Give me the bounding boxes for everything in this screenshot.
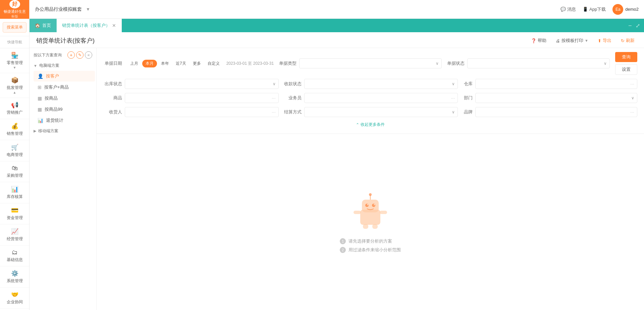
salesperson-field[interactable]: ··· bbox=[304, 93, 458, 103]
logo-area: 好 畅捷通好生意 标版 bbox=[0, 0, 29, 19]
payment-status-label: 收款状态 bbox=[283, 81, 302, 87]
department-field[interactable]: ∨ bbox=[475, 93, 637, 103]
edit-scheme-button[interactable]: ✎ bbox=[76, 51, 84, 59]
scheme-group-mobile: ▶ 移动端方案 bbox=[30, 126, 96, 136]
return-scheme-label: 退货统计 bbox=[46, 117, 63, 123]
empty-tip-1: 1 请先选择要分析的方案 bbox=[340, 238, 401, 244]
inventory-label: 库存核算 bbox=[7, 194, 23, 200]
message-button[interactable]: 💬 消息 bbox=[560, 6, 576, 12]
settlement-field[interactable]: ∨ bbox=[304, 107, 458, 117]
svg-point-2 bbox=[365, 204, 369, 207]
action-buttons: 查询 设置 bbox=[615, 52, 637, 75]
product-field[interactable]: ··· bbox=[125, 93, 279, 103]
collapse-scheme-button[interactable]: « bbox=[85, 51, 92, 59]
sidebar-item-finance[interactable]: 💳 资金管理 bbox=[0, 203, 29, 224]
search-menu-button[interactable]: 搜索菜单 bbox=[3, 22, 26, 33]
wholesale-icon: 📦 bbox=[11, 76, 18, 84]
date-custom[interactable]: 自定义 bbox=[205, 60, 222, 67]
svg-rect-11 bbox=[372, 224, 378, 229]
brand-dots[interactable]: ··· bbox=[630, 109, 634, 115]
warehouse-dots[interactable]: ··· bbox=[630, 81, 634, 87]
query-button[interactable]: 查询 bbox=[615, 52, 637, 62]
sidebar-item-basic[interactable]: 🗂 基础信息 bbox=[0, 246, 29, 266]
sidebar-item-retail[interactable]: 🏪 零售管理 ▼ bbox=[0, 48, 29, 73]
empty-robot-icon bbox=[350, 191, 390, 231]
marketing-label: 营销推广 bbox=[7, 110, 23, 115]
svg-point-4 bbox=[367, 204, 368, 205]
user-menu[interactable]: Ea demo2 bbox=[612, 4, 639, 15]
brand-field[interactable]: ··· bbox=[475, 107, 637, 117]
scheme-item-by-product[interactable]: ▦ 按商品 bbox=[34, 93, 95, 104]
scheme-item-by-product-99[interactable]: ▦ 按商品99 bbox=[34, 104, 95, 115]
sidebar-menu: 🏪 零售管理 ▼ 📦 批发管理 ▲ 📢 营销推广 💰 销售管理 🛒 电商管理 🛍… bbox=[0, 48, 29, 310]
help-label: 帮助 bbox=[538, 38, 546, 44]
warehouse-label: 仓库 bbox=[462, 81, 473, 87]
basic-icon: 🗂 bbox=[12, 249, 18, 256]
refresh-button[interactable]: ↻ 刷新 bbox=[618, 36, 637, 45]
out-status-section: 出库状态 ∨ bbox=[103, 79, 279, 89]
purchase-label: 采购管理 bbox=[7, 173, 23, 178]
tab-close-icon[interactable]: ✕ bbox=[112, 23, 116, 28]
sidebar-item-purchase[interactable]: 🛍 采购管理 bbox=[0, 161, 29, 182]
sidebar-item-ecommerce[interactable]: 🛒 电商管理 bbox=[0, 140, 29, 161]
settings-button[interactable]: 设置 bbox=[615, 64, 637, 75]
sidebar-item-newuser[interactable]: 🌟 新手引导 bbox=[0, 309, 29, 310]
order-type-field[interactable]: ∨ bbox=[299, 58, 442, 68]
sidebar-item-sales[interactable]: 💰 销售管理 bbox=[0, 119, 29, 140]
date-more[interactable]: 更多 bbox=[190, 60, 204, 67]
tip-num-2: 2 bbox=[340, 247, 346, 253]
main-area: 办公用品行业模拟账套 ▼ 💬 消息 📱 App下载 Ea demo2 🏠 首页 bbox=[30, 0, 644, 310]
tab-minimize-icon[interactable]: – bbox=[629, 22, 632, 29]
app-download-label: App下载 bbox=[589, 6, 606, 12]
operations-label: 经营管理 bbox=[7, 236, 23, 242]
date-this-year[interactable]: 本年 bbox=[158, 60, 172, 67]
scheme-item-return-stat[interactable]: 📊 退货统计 bbox=[34, 115, 95, 126]
scheme-header: 按以下方案查询 + ✎ « bbox=[30, 48, 96, 61]
department-section: 部门 ∨ bbox=[462, 93, 637, 103]
order-type-label: 单据类型 bbox=[279, 60, 297, 66]
receiver-dots[interactable]: ··· bbox=[272, 109, 276, 115]
sidebar-item-operations[interactable]: 📈 经营管理 bbox=[0, 224, 29, 246]
settlement-label: 结算方式 bbox=[283, 109, 302, 115]
app-download-button[interactable]: 📱 App下载 bbox=[583, 6, 606, 12]
tip-num-1: 1 bbox=[340, 238, 346, 244]
order-status-arrow: ∨ bbox=[604, 61, 607, 66]
department-label: 部门 bbox=[462, 95, 473, 101]
tab-maximize-icon[interactable]: ⤢ bbox=[636, 22, 640, 29]
scheme-group-pc-header[interactable]: ▼ 电脑端方案 bbox=[30, 61, 96, 70]
quick-nav-section: 快捷导航 bbox=[0, 36, 29, 48]
export-icon: ⬆ bbox=[598, 38, 601, 43]
sidebar-item-marketing[interactable]: 📢 营销推广 bbox=[0, 98, 29, 119]
tab-home[interactable]: 🏠 首页 bbox=[30, 19, 57, 32]
scheme-panel: 按以下方案查询 + ✎ « ▼ 电脑端方案 👤 bbox=[30, 48, 97, 310]
sidebar-search-section: 搜索菜单 bbox=[0, 19, 29, 36]
sidebar-item-inventory[interactable]: 📊 库存核算 bbox=[0, 182, 29, 203]
receiver-field[interactable]: ··· bbox=[125, 107, 279, 117]
date-last-7days[interactable]: 近7天 bbox=[173, 60, 189, 67]
sidebar-item-enterprise[interactable]: 🤝 企业协同 bbox=[0, 288, 29, 309]
warehouse-field[interactable]: ··· bbox=[475, 79, 637, 89]
tab-sales-stat[interactable]: 销货单统计表（按客户） ✕ bbox=[57, 19, 122, 32]
scheme-group-mobile-header[interactable]: ▶ 移动端方案 bbox=[30, 126, 96, 136]
help-button[interactable]: ❓ 帮助 bbox=[528, 36, 549, 45]
svg-rect-1 bbox=[362, 200, 379, 212]
salesperson-dots[interactable]: ··· bbox=[451, 95, 455, 101]
order-status-field[interactable]: ∨ bbox=[467, 58, 610, 68]
export-button[interactable]: ⬆ 导出 bbox=[595, 36, 614, 45]
date-this-month[interactable]: 本月 bbox=[142, 60, 157, 67]
date-last-month[interactable]: 上月 bbox=[127, 60, 141, 67]
add-scheme-button[interactable]: + bbox=[67, 51, 75, 59]
scheme-item-by-customer[interactable]: 👤 按客户 bbox=[34, 71, 95, 82]
company-dropdown-icon[interactable]: ▼ bbox=[86, 7, 90, 12]
template-print-button[interactable]: 🖨 按模板打印 ▼ bbox=[553, 36, 591, 45]
download-icon: 📱 bbox=[583, 7, 588, 12]
refresh-label: 刷新 bbox=[626, 38, 635, 44]
scheme-item-customer-product[interactable]: ⊞ 按客户+商品 bbox=[34, 82, 95, 93]
sidebar-item-wholesale[interactable]: 📦 批发管理 ▲ bbox=[0, 73, 29, 98]
out-status-field[interactable]: ∨ bbox=[125, 79, 279, 89]
payment-status-field[interactable]: ∨ bbox=[304, 79, 458, 89]
product-dots[interactable]: ··· bbox=[272, 95, 276, 101]
sidebar-item-system[interactable]: ⚙️ 系统管理 bbox=[0, 266, 29, 288]
collapse-filter-button[interactable]: ⌃ 收起更多条件 bbox=[103, 120, 637, 130]
product99-scheme-icon: ▦ bbox=[38, 107, 42, 112]
